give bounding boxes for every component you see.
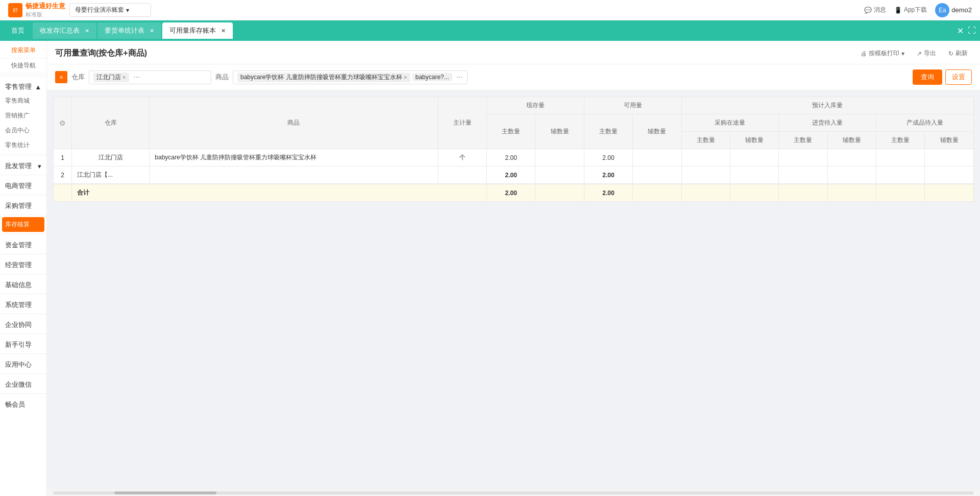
product-tag-1-value: babycare学饮杯 儿童防摔防撞吸管杯重力球吸嘴杯宝宝水杯	[240, 73, 402, 82]
tab-order-stats-close[interactable]: ✕	[150, 28, 154, 34]
sidebar-section-appstore[interactable]: 应用中心	[0, 356, 46, 371]
row1-product-main	[876, 149, 925, 167]
tab-available-close[interactable]: ✕	[221, 28, 226, 34]
sidebar-wholesale-label: 批发管理	[5, 161, 32, 171]
app-download-btn[interactable]: 📱 App下载	[894, 6, 927, 14]
sidebar-item-retail-stats[interactable]: 零售统计	[0, 138, 46, 153]
sidebar-section-system[interactable]: 系统管理	[0, 296, 46, 312]
row2-incoming-main	[779, 167, 827, 184]
print-icon: 🖨	[861, 50, 867, 57]
row2-incoming-aux	[827, 167, 876, 184]
warehouse-input[interactable]: 江北门店 ✕ ···	[89, 70, 211, 84]
tab-receivable-label: 收发存汇总表	[40, 26, 80, 35]
sidebar-item-members[interactable]: 会员中心	[0, 123, 46, 138]
row1-avail-aux	[633, 149, 681, 167]
tab-order-stats[interactable]: 要货单统计表 ✕	[97, 22, 161, 39]
sidebar-section-newbie[interactable]: 新手引导	[0, 336, 46, 351]
row1-stock-main: 2.00	[486, 149, 535, 167]
settings-btn[interactable]: 设置	[945, 69, 972, 85]
scroll-thumb[interactable]	[114, 491, 216, 494]
filter-expand-btn[interactable]: »	[55, 71, 67, 83]
avatar: Ea	[935, 3, 949, 17]
sidebar-section-operations[interactable]: 经营管理	[0, 256, 46, 272]
row1-incoming-main	[779, 149, 827, 167]
product-tag-1-close[interactable]: ✕	[403, 75, 407, 80]
th-stock-group: 现存量	[486, 97, 584, 114]
scroll-track[interactable]	[53, 491, 974, 494]
sidebar-section-retail[interactable]: 零售管理 ▲	[0, 78, 46, 93]
warehouse-label: 仓库	[71, 73, 85, 82]
company-selector[interactable]: 母婴行业演示账套 ▾	[69, 3, 151, 17]
sidebar: 搜索菜单 快捷导航 零售管理 ▲ 零售商城 营销推广 会员中心 零售统计 批发管…	[0, 41, 47, 496]
logo-text: 畅捷通好生意	[26, 2, 65, 11]
sidebar-divider-14	[0, 393, 46, 394]
message-icon: 💬	[864, 7, 872, 14]
warehouse-tag: 江北门店 ✕	[93, 73, 129, 82]
messages-btn[interactable]: 💬 消息	[864, 6, 886, 14]
user-profile[interactable]: Ea demo2	[935, 3, 972, 17]
row2-avail-aux	[633, 167, 681, 184]
product-label: 商品	[215, 73, 229, 82]
sidebar-section-wechat[interactable]: 企业微信	[0, 376, 46, 391]
row2-seq: 2	[54, 167, 72, 184]
gear-icon[interactable]: ⚙	[59, 119, 66, 127]
th-avail-aux: 辅数量	[633, 114, 681, 149]
sidebar-newbie-label: 新手引导	[5, 340, 32, 349]
sidebar-section-member[interactable]: 畅会员	[0, 396, 46, 411]
sidebar-section-purchase[interactable]: 采购管理	[0, 197, 46, 212]
page-header: 可用量查询(按仓库+商品) 🖨 按模板打印 ▾ ↗ 导出 ↻ 刷新	[47, 41, 980, 64]
tab-available[interactable]: 可用量库存账本 ✕	[162, 22, 233, 39]
query-btn[interactable]: 查询	[913, 69, 942, 85]
sidebar-item-retail-mall[interactable]: 零售商城	[0, 93, 46, 108]
sidebar-section-ecommerce[interactable]: 电商管理	[0, 177, 46, 193]
row2-product-aux	[925, 167, 974, 184]
th-purchase-main: 主数量	[681, 132, 730, 149]
row2-product-main	[876, 167, 925, 184]
top-bar-left: 好 畅捷通好生意 标准版 母婴行业演示账套 ▾	[8, 2, 151, 18]
footer-product-main	[876, 184, 925, 202]
print-btn[interactable]: 🖨 按模板打印 ▾	[856, 47, 909, 60]
print-arrow: ▾	[901, 50, 904, 57]
top-bar-right: 💬 消息 📱 App下载 Ea demo2	[864, 3, 972, 17]
sidebar-divider-3	[0, 175, 46, 175]
warehouse-tag-value: 江北门店	[96, 73, 121, 82]
main-layout: 搜索菜单 快捷导航 零售管理 ▲ 零售商城 营销推广 会员中心 零售统计 批发管…	[0, 41, 980, 496]
row1-seq: 1	[54, 149, 72, 167]
tab-receivable[interactable]: 收发存汇总表 ✕	[33, 22, 96, 39]
refresh-label: 刷新	[955, 49, 968, 58]
product-input[interactable]: babycare学饮杯 儿童防摔防撞吸管杯重力球吸嘴杯宝宝水杯 ✕ babyca…	[233, 70, 468, 84]
fullscreen-btn[interactable]: ⛶	[968, 26, 976, 35]
footer-incoming-aux	[827, 184, 876, 202]
refresh-btn[interactable]: ↻ 刷新	[944, 47, 972, 60]
th-product-pending: 产成品待入量	[876, 114, 974, 132]
main-content: 可用量查询(按仓库+商品) 🖨 按模板打印 ▾ ↗ 导出 ↻ 刷新 »	[47, 41, 980, 496]
table-row: 1 江北门店 babycare学饮杯 儿童防摔防撞吸管杯重力球吸嘴杯宝宝水杯 个…	[54, 149, 974, 167]
sidebar-section-enterprise[interactable]: 企业协同	[0, 316, 46, 332]
export-btn[interactable]: ↗ 导出	[913, 47, 940, 60]
refresh-icon: ↻	[948, 50, 953, 57]
sidebar-search[interactable]: 搜索菜单	[0, 41, 46, 58]
sidebar-retail-label: 零售管理	[5, 82, 32, 91]
sidebar-item-inventory[interactable]: 库存核算	[2, 217, 44, 232]
logo-icon: 好	[8, 3, 22, 17]
warehouse-tag-close[interactable]: ✕	[122, 75, 126, 80]
tab-available-label: 可用量库存账本	[169, 26, 216, 35]
product-tag-2-value: babycare?...	[415, 74, 449, 81]
row2-unit	[438, 167, 486, 184]
sidebar-divider-9	[0, 294, 46, 294]
sidebar-quick-nav[interactable]: 快捷导航	[0, 58, 46, 74]
row2-purchase-main	[681, 167, 730, 184]
sidebar-divider-10	[0, 314, 46, 314]
sidebar-section-finance[interactable]: 资金管理	[0, 237, 46, 252]
close-all-btn[interactable]: ✕	[957, 26, 964, 36]
sidebar-item-marketing[interactable]: 营销推广	[0, 108, 46, 123]
footer-product-aux	[925, 184, 974, 202]
row2-warehouse: 江北门店【...	[72, 167, 150, 184]
th-avail-main: 主数量	[584, 114, 632, 149]
sidebar-section-wholesale[interactable]: 批发管理 ▾	[0, 157, 46, 173]
sidebar-section-basics[interactable]: 基础信息	[0, 276, 46, 292]
tab-receivable-close[interactable]: ✕	[85, 28, 89, 34]
tab-home[interactable]: 首页	[4, 22, 32, 39]
th-product-main: 主数量	[876, 132, 925, 149]
product-tag-1: babycare学饮杯 儿童防摔防撞吸管杯重力球吸嘴杯宝宝水杯 ✕	[237, 73, 410, 82]
